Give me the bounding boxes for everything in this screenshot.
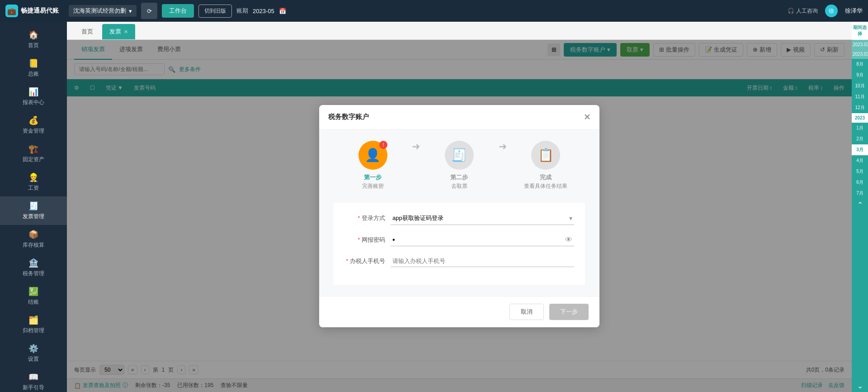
modal-body: 👤 ! 第一步 完善账密 ➜ 🧾 <box>319 130 599 296</box>
tax-icon: 🏦 <box>28 258 38 268</box>
main-layout: 🏠 首页 📒 总账 📊 报表中心 💰 资金管理 🏗️ 固定资产 👷 工资 🧾 发… <box>0 22 868 392</box>
invoice-tab-label: 发票 <box>109 28 121 36</box>
step-arrow-2: ➜ <box>499 141 507 169</box>
refresh-icon[interactable]: ⟳ <box>141 3 157 19</box>
home-icon: 🏠 <box>28 30 38 40</box>
period-2023-03-1[interactable]: 2023.03 <box>852 40 868 49</box>
company-name: 沈海英测试经营勿删 <box>73 7 126 15</box>
sidebar-label-settlement: 结账 <box>28 298 39 306</box>
main-content: 首页 发票 ✕ 销项发票 进项发票 费用小票 ⊞ <box>67 22 852 392</box>
period-selector-header[interactable]: 期间选择 <box>852 22 868 40</box>
page-content: 销项发票 进项发票 费用小票 ⊞ 税务数字账户 ▾ 取票 ▾ <box>67 40 852 392</box>
next-button[interactable]: 下一步 <box>549 304 589 320</box>
scroll-down-icon[interactable]: ⌄ <box>857 382 863 392</box>
modal-footer: 取消 下一步 <box>319 296 599 327</box>
period-apr[interactable]: 4月 <box>852 155 868 166</box>
period-feb[interactable]: 2月 <box>852 134 868 144</box>
sidebar-item-inventory[interactable]: 📦 库存核算 <box>0 225 67 253</box>
invoice-icon: 🧾 <box>28 201 38 211</box>
password-group: * 网报密码 👁 <box>344 234 574 246</box>
app-logo: 💼 畅捷通易代账 <box>5 5 64 17</box>
period-dec[interactable]: 12月 <box>852 102 868 113</box>
period-nov[interactable]: 11月 <box>852 91 868 102</box>
scroll-up-icon[interactable]: ⌃ <box>857 201 863 209</box>
sidebar-label-settings: 设置 <box>28 355 39 363</box>
sidebar-item-tax[interactable]: 🏦 税务管理 <box>0 253 67 282</box>
period-label: 账期 <box>236 7 248 15</box>
logo-icon: 💼 <box>5 5 18 17</box>
sidebar-item-reports[interactable]: 📊 报表中心 <box>0 82 67 111</box>
step2-icon: 🧾 <box>451 148 467 163</box>
login-method-select[interactable]: app获取验证码登录 ▾ <box>391 212 574 225</box>
sidebar-label-tax: 税务管理 <box>23 270 44 277</box>
period-may[interactable]: 5月 <box>852 166 868 177</box>
avatar[interactable]: 徐 <box>825 5 838 17</box>
sidebar-item-capital[interactable]: 💰 资金管理 <box>0 111 67 139</box>
step1-desc: 完善账密 <box>362 182 384 190</box>
sidebar-item-archive[interactable]: 🗂️ 归档管理 <box>0 311 67 339</box>
period-sep[interactable]: 9月 <box>852 70 868 81</box>
sidebar-item-invoice[interactable]: 🧾 发票管理 <box>0 196 67 225</box>
sidebar-label-assets: 固定资产 <box>23 156 44 163</box>
period-mar[interactable]: 3月 <box>852 144 868 155</box>
tab-invoice[interactable]: 发票 ✕ <box>102 24 135 39</box>
support-button[interactable]: 🎧 人工咨询 <box>788 7 818 15</box>
tab-bar: 首页 发票 ✕ <box>67 22 852 40</box>
modal-header: 税务数字账户 ✕ <box>319 105 599 130</box>
workspace-button[interactable]: 工作台 <box>162 4 194 18</box>
guide-icon: 📖 <box>28 372 38 382</box>
sidebar-item-home[interactable]: 🏠 首页 <box>0 25 67 54</box>
sidebar-item-assets[interactable]: 🏗️ 固定资产 <box>0 139 67 168</box>
period-2023-03-2[interactable]: 2023.03 <box>852 49 868 59</box>
switch-version-button[interactable]: 切到旧版 <box>198 5 232 18</box>
sidebar-item-ledger[interactable]: 📒 总账 <box>0 54 67 82</box>
eye-toggle-icon[interactable]: 👁 <box>565 236 572 244</box>
step2-icon-wrap: 🧾 <box>445 141 474 170</box>
sidebar-item-guide[interactable]: 📖 新手引导 <box>0 368 67 392</box>
period-2023-year[interactable]: 2023 <box>852 113 868 123</box>
reports-icon: 📊 <box>28 87 38 97</box>
capital-icon: 💰 <box>28 115 38 125</box>
company-selector[interactable]: 沈海英测试经营勿删 ▾ <box>69 5 137 17</box>
modal-dialog: 税务数字账户 ✕ 👤 ! <box>319 105 599 327</box>
modal-overlay: 税务数字账户 ✕ 👤 ! <box>67 40 852 392</box>
period-jun[interactable]: 6月 <box>852 177 868 188</box>
step3-icon: 📋 <box>538 148 554 163</box>
step-arrow-1: ➜ <box>412 141 420 169</box>
step2-desc: 去取票 <box>451 182 467 190</box>
steps: 👤 ! 第一步 完善账密 ➜ 🧾 <box>334 141 585 190</box>
step3-icon-wrap: 📋 <box>531 141 560 170</box>
tab-home[interactable]: 首页 <box>74 24 100 39</box>
phone-input[interactable] <box>391 255 574 267</box>
sidebar: 🏠 首页 📒 总账 📊 报表中心 💰 资金管理 🏗️ 固定资产 👷 工资 🧾 发… <box>0 22 67 392</box>
step1-icon: 👤 <box>365 148 381 163</box>
sidebar-item-payroll[interactable]: 👷 工资 <box>0 168 67 196</box>
login-method-label: * 登录方式 <box>344 214 385 222</box>
home-tab-label: 首页 <box>81 28 93 36</box>
password-input[interactable] <box>392 236 536 244</box>
period-oct[interactable]: 10月 <box>852 81 868 91</box>
step-1: 👤 ! 第一步 完善账密 <box>334 141 412 190</box>
sidebar-item-settlement[interactable]: 💹 结账 <box>0 282 67 311</box>
period-value: 2023-05 <box>253 8 274 14</box>
period-aug[interactable]: 8月 <box>852 59 868 70</box>
top-bar-right: 🎧 人工咨询 徐 徐泽华 <box>788 5 863 17</box>
cancel-button[interactable]: 取消 <box>509 304 544 320</box>
settings-icon: ⚙️ <box>28 344 38 354</box>
login-method-group: * 登录方式 app获取验证码登录 ▾ <box>344 212 574 225</box>
modal-close-button[interactable]: ✕ <box>584 112 590 122</box>
period-panel: 期间选择 2023.03 2023.03 8月 9月 10月 11月 12月 2… <box>852 22 868 392</box>
ledger-icon: 📒 <box>28 58 38 68</box>
period-jul[interactable]: 7月 <box>852 188 868 199</box>
sidebar-label-capital: 资金管理 <box>23 127 44 135</box>
period-jan[interactable]: 1月 <box>852 123 868 134</box>
step-3: 📋 完成 查看具体任务结果 <box>507 141 585 190</box>
calendar-icon[interactable]: 📅 <box>279 8 286 14</box>
password-label: * 网报密码 <box>344 236 385 244</box>
sidebar-item-settings[interactable]: ⚙️ 设置 <box>0 339 67 368</box>
modal-title: 税务数字账户 <box>328 113 369 121</box>
tab-close-icon[interactable]: ✕ <box>124 29 128 35</box>
step3-desc: 查看具体任务结果 <box>524 182 567 190</box>
step1-icon-wrap: 👤 ! <box>359 141 387 170</box>
sidebar-label-payroll: 工资 <box>28 184 39 192</box>
